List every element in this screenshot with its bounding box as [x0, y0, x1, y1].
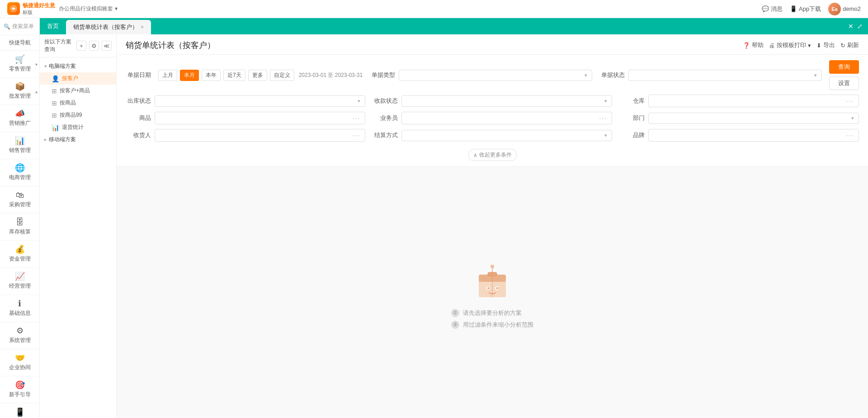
sidebar-item-finance[interactable]: 💰 资金管理 — [0, 241, 39, 268]
collapse-filter-btn[interactable]: ∧ 收起更多条件 — [468, 149, 517, 161]
date-current-month-btn[interactable]: 本月 — [180, 70, 199, 81]
tab-close-icon[interactable]: × — [141, 24, 144, 30]
warehouse-select[interactable]: ··· — [648, 95, 859, 107]
user-menu[interactable]: Ea demo2 — [828, 3, 861, 15]
avatar: Ea — [828, 3, 841, 15]
goods-select[interactable]: ··· — [155, 112, 365, 124]
app-download-btn[interactable]: 📱 App下载 — [790, 5, 821, 13]
settlement-select[interactable]: ▾ — [401, 130, 612, 141]
scheme-panel-icons: + ⚙ ≪ — [76, 41, 112, 51]
sidebar-item-marketing[interactable]: 📣 营销推广 — [0, 105, 39, 132]
query-button[interactable]: 查询 — [829, 60, 859, 74]
sidebar-item-newbie[interactable]: 🎯 新手引导 — [0, 376, 39, 404]
settings-button[interactable]: 设置 — [829, 76, 859, 90]
bill-type-select[interactable]: ▾ — [399, 70, 592, 81]
department-select[interactable]: ▾ — [648, 113, 859, 124]
message-btn[interactable]: 💬 消息 — [762, 5, 783, 13]
svg-point-9 — [496, 287, 498, 289]
sidebar-item-sales[interactable]: 📊 销售管理 — [0, 132, 39, 159]
brand-dots-icon: ··· — [846, 132, 854, 139]
tab-sales-stats[interactable]: 销货单统计表（按客户） × — [66, 20, 151, 34]
logo-text: 畅捷通好生意 标版 — [23, 2, 55, 16]
add-scheme-btn[interactable]: + — [76, 41, 86, 51]
salesperson-select[interactable]: ··· — [401, 112, 612, 124]
sidebar-item-retail[interactable]: 🛒 零售管理 ▾ — [0, 51, 39, 78]
brand-select[interactable]: ··· — [648, 129, 859, 142]
date-buttons: 上月 本月 本年 近7天 更多 自定义 2023-03-01 至 2023-03… — [158, 70, 363, 81]
tree-group-desktop: ▾ 电脑端方案 👤 按客户 ⊞ 按客户+商品 ⊞ — [40, 60, 116, 133]
goods-dots-icon: ··· — [352, 114, 360, 122]
tree-group-mobile: ▸ 移动端方案 — [40, 133, 116, 146]
help-btn[interactable]: ❓ 帮助 — [743, 41, 764, 49]
collapse-scheme-btn[interactable]: ≪ — [102, 41, 112, 51]
sidebar-item-inventory[interactable]: 🗄 库存核算 — [0, 214, 39, 241]
close-window-icon[interactable]: ✕ — [848, 23, 854, 30]
print-dropdown-icon: ▾ — [808, 42, 811, 49]
date-last7days-btn[interactable]: 近7天 — [223, 70, 245, 81]
payment-status-select[interactable]: ▾ — [401, 95, 612, 107]
purchase-icon: 🛍 — [16, 191, 24, 199]
header-left: 畅捷通好生意 标版 办公用品行业模拟账套 ▾ — [7, 2, 118, 16]
retail-icon: 🛒 — [15, 55, 25, 63]
settlement-col: 结算方式 ▾ — [373, 130, 612, 141]
finance-icon: 💰 — [15, 245, 25, 253]
sidebar-item-basic[interactable]: ℹ 基础信息 — [0, 295, 39, 322]
goods-label: 商品 — [126, 114, 151, 122]
search-icon: 🔍 — [4, 24, 10, 30]
sidebar-item-enterprise[interactable]: 🤝 企业协同 — [0, 349, 39, 376]
sidebar-item-purchase[interactable]: 🛍 采购管理 — [0, 186, 39, 214]
bill-status-chevron-icon: ▾ — [814, 72, 817, 78]
tab-bar-maximize: ✕ ⤢ — [848, 23, 868, 30]
sidebar-item-ecommerce[interactable]: 🌐 电商管理 — [0, 159, 39, 186]
consignee-col: 收货人 ··· — [126, 129, 365, 142]
consignee-dots-icon: ··· — [352, 132, 360, 139]
filter-row-2: 出库状态 ▾ 收款状态 ▾ — [126, 95, 859, 107]
tab-home[interactable]: 首页 — [40, 18, 66, 34]
consignee-select[interactable]: ··· — [155, 129, 365, 142]
print-btn[interactable]: 🖨 按模板打印 ▾ — [769, 41, 811, 49]
tree-item-by-customer[interactable]: 👤 按客户 — [40, 72, 116, 85]
date-last-month-btn[interactable]: 上月 — [158, 70, 177, 81]
sidebar-item-appcenter[interactable]: 📱 应用中心 — [0, 404, 39, 418]
bar-chart-icon: 📊 — [52, 124, 59, 131]
help-icon: ❓ — [743, 42, 750, 49]
page-actions: ❓ 帮助 🖨 按模板打印 ▾ ⬇ 导出 ↻ — [743, 41, 859, 49]
tree-group-desktop-header[interactable]: ▾ 电脑端方案 — [40, 60, 116, 72]
settings-scheme-btn[interactable]: ⚙ — [89, 41, 99, 51]
settlement-label: 结算方式 — [373, 131, 398, 139]
sidebar-quick-nav[interactable]: 快捷导航 — [0, 35, 39, 51]
sidebar-item-system[interactable]: ⚙ 系统管理 — [0, 322, 39, 349]
tree-item-by-goods[interactable]: ⊞ 按商品 — [40, 97, 116, 109]
sidebar-item-wholesale[interactable]: 📦 批发管理 ▴ — [0, 78, 39, 105]
hint-item-2: ② 用过滤条件来缩小分析范围 — [451, 321, 533, 329]
sidebar-item-operation[interactable]: 📈 经营管理 — [0, 268, 39, 295]
tree-collapse-chevron-icon: ▸ — [44, 137, 47, 142]
department-chevron-icon: ▾ — [851, 115, 854, 121]
operation-icon: 📈 — [15, 272, 25, 280]
bill-status-col: 单据状态 ▾ — [599, 70, 822, 81]
payment-status-label: 收款状态 — [373, 97, 398, 105]
empty-illustration — [465, 256, 519, 302]
sidebar-search[interactable]: 🔍 搜索菜单 — [0, 18, 39, 35]
date-current-year-btn[interactable]: 本年 — [202, 70, 221, 81]
filter-area: 单据日期 上月 本月 本年 近7天 更多 自定义 2023-03-01 至 20… — [117, 55, 868, 167]
breadcrumb-dropdown[interactable]: 办公用品行业模拟账套 ▾ — [59, 5, 118, 13]
date-more-btn[interactable]: 更多 — [248, 70, 267, 81]
refresh-icon: ↻ — [840, 42, 845, 49]
export-btn[interactable]: ⬇ 导出 — [816, 41, 835, 49]
dropdown-chevron-icon: ▾ — [115, 5, 118, 12]
tree-item-by-goods99[interactable]: ⊞ 按商品99 — [40, 109, 116, 121]
delivery-status-select[interactable]: ▾ — [155, 95, 365, 107]
date-custom-btn[interactable]: 自定义 — [270, 70, 294, 81]
tree-item-by-customer-goods[interactable]: ⊞ 按客户+商品 — [40, 85, 116, 97]
tree-item-return-stats[interactable]: 📊 退货统计 — [40, 121, 116, 133]
tree-group-mobile-header[interactable]: ▸ 移动端方案 — [40, 133, 116, 146]
top-header: 畅捷通好生意 标版 办公用品行业模拟账套 ▾ 💬 消息 📱 App下载 Ea d… — [0, 0, 868, 18]
bill-status-select[interactable]: ▾ — [628, 70, 822, 81]
inventory-icon: 🗄 — [16, 218, 24, 226]
marketing-icon: 📣 — [15, 109, 25, 118]
refresh-btn[interactable]: ↻ 刷新 — [840, 41, 859, 49]
warehouse-dots-icon: ··· — [846, 97, 854, 104]
maximize-icon[interactable]: ⤢ — [857, 23, 863, 30]
person-icon: 👤 — [52, 75, 59, 82]
